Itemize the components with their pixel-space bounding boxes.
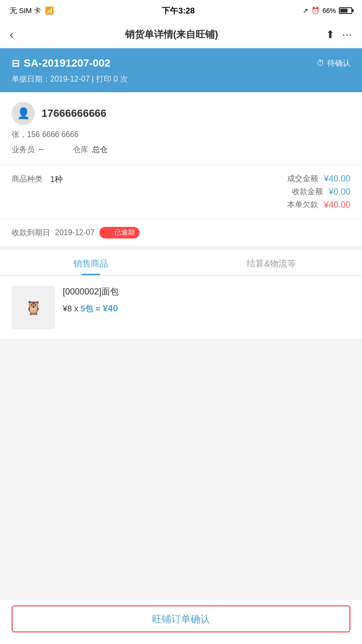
tab-sales-products-label: 销售商品 bbox=[73, 259, 108, 268]
product-info: [0000002]面包 ¥8 x 5包 = ¥40 bbox=[63, 286, 350, 329]
overdue-badge: ❗ 已逾期 bbox=[99, 227, 139, 238]
transaction-row: 成交金额 ¥40.00 bbox=[287, 174, 350, 184]
content-area bbox=[0, 339, 362, 475]
price-unit: ¥8 bbox=[63, 304, 72, 313]
order-number: ⊟ SA-20191207-002 bbox=[12, 57, 111, 70]
alarm-icon: ⏰ bbox=[311, 7, 320, 14]
avatar: 👤 bbox=[12, 102, 35, 125]
more-button[interactable]: ··· bbox=[342, 28, 352, 41]
tab-sales-products[interactable]: 销售商品 bbox=[0, 250, 181, 275]
battery-text: 66% bbox=[322, 7, 336, 14]
avatar-icon: 👤 bbox=[17, 107, 30, 120]
due-label: 收款到期日 bbox=[12, 228, 50, 238]
overdue-icon: ❗ bbox=[104, 229, 112, 237]
owed-row: 本单欠款 ¥40.00 bbox=[287, 200, 350, 210]
transaction-value: ¥40.00 bbox=[324, 174, 350, 184]
tab-settlement-logistics[interactable]: 结算&物流等 bbox=[181, 250, 362, 275]
receipt-value: ¥0.00 bbox=[329, 187, 350, 197]
bottom-bar: 旺铺订单确认 bbox=[0, 599, 362, 644]
wifi-icon: 📶 bbox=[45, 6, 54, 15]
customer-meta: 业务员 -- 仓库 总仓 bbox=[12, 145, 350, 155]
nav-bar: ‹ 销货单详情(来自旺铺) ⬆ ··· bbox=[0, 21, 362, 48]
summary-left: 商品种类 1种 bbox=[12, 174, 63, 185]
status-right: ↗ ⏰ 66% bbox=[303, 7, 352, 14]
order-number-text: SA-20191207-002 bbox=[24, 57, 111, 70]
status-icon: ⏱ bbox=[317, 59, 324, 68]
order-date: 单据日期：2019-12-07 bbox=[12, 75, 90, 83]
order-print: | 打印 0 次 bbox=[92, 75, 127, 83]
location-icon: ↗ bbox=[303, 7, 308, 14]
share-button[interactable]: ⬆ bbox=[326, 28, 334, 41]
equals-symbol: = bbox=[96, 304, 100, 313]
product-thumb-icon: 🦉 bbox=[25, 300, 42, 316]
product-item: 🦉 [0000002]面包 ¥8 x 5包 = ¥40 bbox=[0, 276, 362, 339]
tab-settlement-logistics-label: 结算&物流等 bbox=[247, 259, 296, 268]
product-types-value: 1种 bbox=[50, 174, 63, 185]
confirm-button-label: 旺铺订单确认 bbox=[152, 613, 210, 626]
product-price: ¥8 x 5包 = ¥40 bbox=[63, 303, 350, 314]
battery-icon bbox=[339, 7, 352, 14]
price-qty: 5包 bbox=[81, 304, 93, 313]
salesperson-field: 业务员 -- bbox=[12, 145, 44, 155]
salesperson-value: -- bbox=[39, 145, 44, 155]
carrier-text: 无 SIM 卡 bbox=[10, 6, 41, 15]
warehouse-field: 仓库 总仓 bbox=[73, 145, 108, 155]
page-title: 销货单详情(来自旺铺) bbox=[17, 28, 326, 41]
status-text: 待确认 bbox=[327, 58, 350, 69]
price-total: ¥40 bbox=[103, 303, 118, 313]
salesperson-label: 业务员 bbox=[12, 145, 35, 155]
receipt-label: 收款金额 bbox=[292, 187, 323, 197]
back-button[interactable]: ‹ bbox=[6, 24, 17, 45]
tabs-bar: 销售商品 结算&物流等 bbox=[0, 250, 362, 276]
multiply-symbol: x bbox=[74, 304, 79, 313]
customer-name: 张，156 6666 6666 bbox=[12, 130, 350, 140]
warehouse-label: 仓库 bbox=[73, 145, 88, 155]
order-header-card: ⊟ SA-20191207-002 ⏱ 待确认 单据日期：2019-12-07 … bbox=[0, 48, 362, 92]
status-left: 无 SIM 卡 📶 bbox=[10, 6, 54, 15]
status-bar: 无 SIM 卡 📶 下午3:28 ↗ ⏰ 66% bbox=[0, 0, 362, 21]
owed-value: ¥40.00 bbox=[324, 200, 350, 210]
summary-right: 成交金额 ¥40.00 收款金额 ¥0.00 本单欠款 ¥40.00 bbox=[287, 174, 350, 210]
order-icon: ⊟ bbox=[12, 57, 20, 69]
due-section: 收款到期日 2019-12-07 ❗ 已逾期 bbox=[0, 219, 362, 250]
owed-label: 本单欠款 bbox=[287, 200, 318, 210]
status-time: 下午3:28 bbox=[162, 5, 195, 16]
product-types-label: 商品种类 bbox=[12, 174, 42, 184]
transaction-label: 成交金额 bbox=[287, 174, 318, 184]
customer-section: 👤 17666666666 张，156 6666 6666 业务员 -- 仓库 … bbox=[0, 92, 362, 165]
nav-actions: ⬆ ··· bbox=[326, 28, 352, 41]
summary-section: 商品种类 1种 成交金额 ¥40.00 收款金额 ¥0.00 本单欠款 ¥40.… bbox=[0, 165, 362, 219]
status-badge: ⏱ 待确认 bbox=[317, 58, 350, 69]
product-thumbnail: 🦉 bbox=[12, 286, 55, 329]
due-date: 2019-12-07 bbox=[55, 228, 95, 237]
overdue-text: 已逾期 bbox=[114, 228, 135, 237]
warehouse-value: 总仓 bbox=[92, 145, 108, 155]
customer-header: 👤 17666666666 bbox=[12, 102, 350, 125]
receipt-row: 收款金额 ¥0.00 bbox=[292, 187, 350, 197]
customer-phone: 17666666666 bbox=[42, 107, 107, 120]
order-meta: 单据日期：2019-12-07 | 打印 0 次 bbox=[12, 74, 350, 84]
confirm-button[interactable]: 旺铺订单确认 bbox=[12, 605, 350, 632]
product-name: [0000002]面包 bbox=[63, 286, 350, 297]
header-top: ⊟ SA-20191207-002 ⏱ 待确认 bbox=[12, 57, 350, 70]
